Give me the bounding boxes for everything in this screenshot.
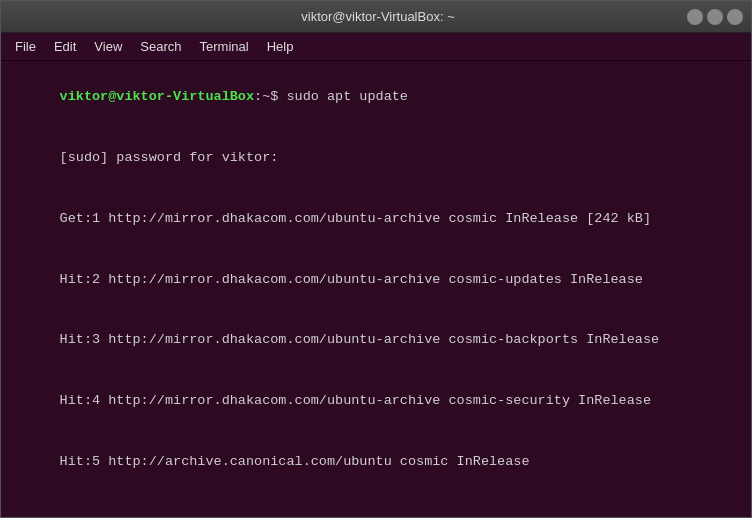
terminal-line-5: Hit:4 http://mirror.dhakacom.com/ubuntu-… xyxy=(11,371,741,432)
menu-edit[interactable]: Edit xyxy=(46,36,84,57)
terminal-body[interactable]: viktor@viktor-VirtualBox:~$ sudo apt upd… xyxy=(1,61,751,517)
terminal-line-1: [sudo] password for viktor: xyxy=(11,128,741,189)
titlebar: viktor@viktor-VirtualBox: ~ – □ × xyxy=(1,1,751,33)
menu-terminal[interactable]: Terminal xyxy=(192,36,257,57)
terminal-line-3: Hit:2 http://mirror.dhakacom.com/ubuntu-… xyxy=(11,249,741,310)
menu-file[interactable]: File xyxy=(7,36,44,57)
titlebar-controls: – □ × xyxy=(687,9,743,25)
minimize-button[interactable]: – xyxy=(687,9,703,25)
maximize-button[interactable]: □ xyxy=(707,9,723,25)
terminal-line-7: Fetched 242 kB in 1s (189 kB/s) xyxy=(11,492,741,517)
terminal-line-2: Get:1 http://mirror.dhakacom.com/ubuntu-… xyxy=(11,189,741,250)
menu-help[interactable]: Help xyxy=(259,36,302,57)
terminal-line-0: viktor@viktor-VirtualBox:~$ sudo apt upd… xyxy=(11,67,741,128)
menubar: File Edit View Search Terminal Help xyxy=(1,33,751,61)
close-button[interactable]: × xyxy=(727,9,743,25)
titlebar-title: viktor@viktor-VirtualBox: ~ xyxy=(69,9,687,24)
prompt-user-0: viktor@viktor-VirtualBox xyxy=(60,89,254,104)
terminal-line-6: Hit:5 http://archive.canonical.com/ubunt… xyxy=(11,432,741,493)
menu-search[interactable]: Search xyxy=(132,36,189,57)
terminal-window: viktor@viktor-VirtualBox: ~ – □ × File E… xyxy=(0,0,752,518)
terminal-line-4: Hit:3 http://mirror.dhakacom.com/ubuntu-… xyxy=(11,310,741,371)
menu-view[interactable]: View xyxy=(86,36,130,57)
